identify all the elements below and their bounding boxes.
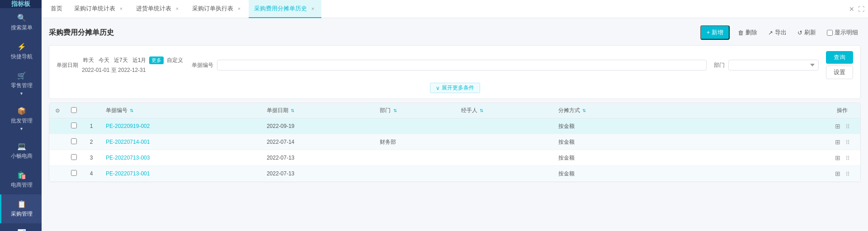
delete-button[interactable]: 🗑 删除 bbox=[735, 27, 760, 38]
close-icon[interactable]: × bbox=[118, 5, 124, 12]
date-custom[interactable]: 自定义 bbox=[165, 56, 184, 65]
settings-icon[interactable]: ⚙ bbox=[55, 108, 60, 114]
sidebar-item-wholesale[interactable]: 📦 批发管理 ▼ bbox=[0, 101, 42, 137]
row-checkbox[interactable] bbox=[71, 154, 77, 160]
cell-checkbox bbox=[66, 118, 82, 134]
date-7days[interactable]: 近7天 bbox=[113, 56, 129, 65]
delete-icon: 🗑 bbox=[738, 29, 744, 36]
setting-button[interactable]: 设置 bbox=[826, 66, 853, 79]
chevron-down-icon: ▼ bbox=[19, 91, 24, 96]
col-dept: 部门 ⇅ bbox=[374, 103, 456, 118]
lightning-icon: ⚡ bbox=[17, 42, 26, 51]
edit-icon[interactable]: ⊞ bbox=[834, 169, 841, 178]
edit-icon[interactable]: ⊞ bbox=[834, 153, 841, 162]
tab-purchase-order-stats[interactable]: 采购订单统计表 × bbox=[69, 0, 130, 18]
sidebar-item-inventory[interactable]: 📊 库存核算 bbox=[0, 223, 42, 231]
sidebar-logo: 指标板 bbox=[0, 0, 42, 8]
col-doc-no: 单据编号 ⇅ bbox=[100, 103, 261, 118]
page-title: 采购费用分摊单历史 bbox=[49, 28, 114, 38]
cell-dept bbox=[374, 166, 456, 182]
select-all-checkbox[interactable] bbox=[71, 107, 77, 113]
tab-label: 采购订单统计表 bbox=[74, 5, 115, 13]
sidebar-item-label: 零售管理 bbox=[11, 82, 33, 90]
sidebar-item-retail[interactable]: 🛒 零售管理 ▼ bbox=[0, 66, 42, 101]
sidebar-item-shortcut[interactable]: ⚡ 快捷导航 bbox=[0, 37, 42, 66]
cell-actions: ⊞ ⁝⁝ bbox=[824, 150, 860, 166]
export-button[interactable]: ↗ 导出 bbox=[765, 27, 789, 38]
box-icon: 📦 bbox=[17, 107, 26, 115]
tab-purchase-fee-history[interactable]: 采购费用分摊单历史 × bbox=[249, 0, 321, 18]
sort-icon[interactable]: ⇅ bbox=[480, 108, 483, 113]
date-today[interactable]: 今天 bbox=[97, 56, 111, 65]
tab-purchase-exec[interactable]: 采购订单执行表 × bbox=[187, 0, 248, 18]
cell-doc-no: PE-20220713-003 bbox=[100, 150, 261, 166]
close-icon[interactable]: × bbox=[310, 5, 316, 12]
date-shortcuts: 昨天 今天 近7天 近1月 更多 自定义 bbox=[82, 56, 184, 65]
sidebar-item-search[interactable]: 🔍 搜索菜单 bbox=[0, 8, 42, 37]
doc-no-link[interactable]: PE-20220713-003 bbox=[106, 155, 150, 161]
sidebar-item-label: 采购管理 bbox=[11, 210, 33, 218]
more-icon[interactable]: ⁝⁝ bbox=[845, 122, 850, 131]
col-settings: ⚙ bbox=[49, 103, 66, 118]
close-icon[interactable]: × bbox=[174, 5, 180, 12]
expand-more-row: ∨ 展开更多条件 bbox=[57, 83, 853, 93]
edit-icon[interactable]: ⊞ bbox=[834, 137, 841, 146]
sort-icon[interactable]: ⇅ bbox=[393, 108, 397, 113]
date-yesterday[interactable]: 昨天 bbox=[82, 56, 95, 65]
row-checkbox[interactable] bbox=[71, 170, 77, 176]
col-doc-date-label: 单据日期 bbox=[267, 107, 288, 113]
date-more[interactable]: 更多 bbox=[149, 57, 164, 64]
date-range-text: 2022-01-01 至 2022-12-31 bbox=[82, 66, 184, 74]
doc-no-link[interactable]: PE-20220919-002 bbox=[106, 123, 150, 129]
col-doc-date: 单据日期 ⇅ bbox=[261, 103, 374, 118]
sort-icon[interactable]: ⇅ bbox=[130, 108, 133, 113]
cell-doc-date: 2022-07-13 bbox=[261, 150, 374, 166]
laptop-icon: 💻 bbox=[17, 142, 26, 151]
cell-split-method: 按金额 bbox=[553, 134, 824, 150]
page-content: 采购费用分摊单历史 + 新增 🗑 删除 ↗ 导出 ↺ 刷新 显示明细 bbox=[42, 18, 868, 231]
export-label: 导出 bbox=[775, 28, 787, 37]
dept-select[interactable] bbox=[728, 60, 819, 71]
table-row: 1 PE-20220919-002 2022-09-19 按金额 ⊞ ⁝⁝ bbox=[49, 118, 860, 134]
cell-handler bbox=[456, 150, 553, 166]
expand-btn-label: 展开更多条件 bbox=[442, 84, 474, 92]
tab-home[interactable]: 首页 bbox=[45, 0, 68, 18]
sort-icon[interactable]: ⇅ bbox=[582, 108, 586, 113]
more-icon[interactable]: ⁝⁝ bbox=[845, 137, 850, 146]
sidebar-item-ecommerce[interactable]: 🛍️ 电商管理 bbox=[0, 165, 42, 194]
maximize-icon[interactable]: ⛶ bbox=[858, 5, 864, 13]
refresh-button[interactable]: ↺ 刷新 bbox=[795, 27, 819, 38]
date-1month[interactable]: 近1月 bbox=[131, 56, 148, 65]
more-icon[interactable]: ⁝⁝ bbox=[845, 169, 850, 178]
clipboard-icon: 📋 bbox=[17, 200, 26, 208]
show-detail-button[interactable]: 显示明细 bbox=[824, 27, 861, 38]
cell-dept bbox=[374, 150, 456, 166]
doc-no-link[interactable]: PE-20220713-001 bbox=[106, 170, 150, 177]
bag-icon: 🛍️ bbox=[17, 171, 26, 179]
table-row: 3 PE-20220713-003 2022-07-13 按金额 ⊞ ⁝⁝ bbox=[49, 150, 860, 166]
doc-no-label: 单据编号 bbox=[192, 61, 213, 69]
search-button[interactable]: 查询 bbox=[826, 51, 853, 64]
more-icon[interactable]: ⁝⁝ bbox=[845, 153, 850, 162]
close-icon[interactable]: × bbox=[236, 5, 242, 12]
sort-icon[interactable]: ⇅ bbox=[291, 108, 294, 113]
show-detail-checkbox[interactable] bbox=[827, 30, 833, 36]
cell-doc-date: 2022-09-19 bbox=[261, 118, 374, 134]
sidebar-item-xiaoshang[interactable]: 💻 小畅电商 bbox=[0, 137, 42, 165]
col-num bbox=[82, 103, 100, 118]
edit-icon[interactable]: ⊞ bbox=[834, 122, 841, 131]
date-label: 单据日期 bbox=[57, 61, 78, 69]
row-checkbox[interactable] bbox=[71, 138, 77, 144]
dept-label: 部门 bbox=[714, 61, 725, 69]
doc-no-link[interactable]: PE-20220714-001 bbox=[106, 139, 150, 145]
sidebar-item-purchase[interactable]: 📋 采购管理 bbox=[0, 194, 42, 223]
add-button[interactable]: + 新增 bbox=[700, 25, 730, 40]
expand-conditions-button[interactable]: ∨ 展开更多条件 bbox=[430, 83, 480, 93]
doc-no-field: 单据编号 bbox=[192, 60, 707, 71]
close-window-icon[interactable]: ✕ bbox=[849, 5, 854, 13]
col-checkbox bbox=[66, 103, 82, 118]
doc-no-input[interactable] bbox=[217, 60, 707, 71]
cell-dept: 财务部 bbox=[374, 134, 456, 150]
row-checkbox[interactable] bbox=[71, 123, 77, 128]
tab-inbound-stats[interactable]: 进货单统计表 × bbox=[131, 0, 186, 18]
